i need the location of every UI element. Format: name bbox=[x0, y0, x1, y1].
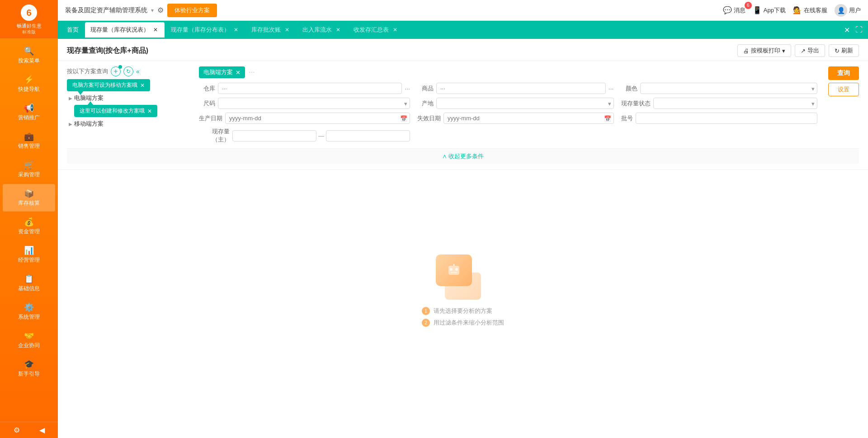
user-action[interactable]: 👤 用户 bbox=[835, 4, 861, 17]
origin-select[interactable] bbox=[436, 98, 614, 109]
filter-settings-button[interactable]: 设置 bbox=[828, 83, 859, 96]
sidebar-item-purchase[interactable]: 🛒 采购管理 bbox=[3, 155, 55, 183]
tab-batch-ledger[interactable]: 库存批次账 ✕ bbox=[246, 22, 296, 38]
tab-collect-summary-close[interactable]: ✕ bbox=[392, 26, 399, 33]
filter-section: 按以下方案查询 + ↻ « 电脑方案可设为移动方案哦 bbox=[58, 61, 868, 170]
active-scheme-badge[interactable]: 电脑端方案 ✕ bbox=[199, 66, 245, 78]
sidebar-item-enterprise[interactable]: 🤝 企业协同 bbox=[3, 326, 55, 354]
tab-io-flow[interactable]: 出入库流水 ✕ bbox=[297, 22, 347, 38]
expiry-date-calendar-icon[interactable]: 📅 bbox=[604, 115, 611, 122]
inventory-qty-from-input[interactable] bbox=[232, 130, 316, 141]
empty-hint-1: 1 请先选择要分析的方案 bbox=[422, 307, 504, 315]
user-avatar: 👤 bbox=[835, 4, 847, 17]
search-menu-icon: 🔍 bbox=[24, 46, 34, 56]
filter-grid: 仓库 ··· 商品 ··· bbox=[199, 83, 817, 144]
refresh-button[interactable]: ↻ 刷新 bbox=[829, 44, 859, 57]
production-date-calendar-icon[interactable]: 📅 bbox=[400, 115, 407, 122]
sidebar-item-basic-info[interactable]: 📋 基础信息 bbox=[3, 269, 55, 297]
tab-inventory-status-close[interactable]: ✕ bbox=[152, 26, 159, 33]
color-select[interactable] bbox=[640, 83, 818, 94]
settings-gear-icon[interactable]: ⚙ bbox=[157, 6, 164, 14]
refresh-icon: ↻ bbox=[835, 47, 840, 54]
mobile-scheme-label[interactable]: 移动端方案 bbox=[74, 120, 104, 128]
size-label: 尺码 bbox=[199, 99, 215, 108]
sidebar-item-marketing[interactable]: 📢 营销推广 bbox=[3, 99, 55, 126]
active-scheme-close-icon[interactable]: ✕ bbox=[236, 69, 241, 76]
sidebar-item-label: 销售管理 bbox=[18, 142, 40, 150]
sidebar-item-search-menu[interactable]: 🔍 搜索菜单 bbox=[3, 42, 55, 69]
create-tooltip-arrow bbox=[88, 101, 93, 105]
goods-input[interactable] bbox=[436, 83, 606, 94]
sidebar-item-operations[interactable]: 📊 经营管理 bbox=[3, 241, 55, 268]
inventory-qty-to-input[interactable] bbox=[326, 130, 410, 141]
tab-inventory-dist-close[interactable]: ✕ bbox=[232, 26, 240, 33]
warehouse-input[interactable] bbox=[218, 83, 402, 94]
create-tooltip-box: 这里可以创建和修改方案哦 ✕ bbox=[74, 105, 157, 117]
sidebar-item-inventory[interactable]: 📦 库存核算 bbox=[3, 184, 55, 212]
tab-bar-close-icon[interactable]: ✕ bbox=[842, 24, 852, 36]
sidebar-item-label: 快捷导航 bbox=[18, 85, 40, 93]
warehouse-more-icon[interactable]: ··· bbox=[405, 85, 410, 92]
tooltip-close-icon[interactable]: ✕ bbox=[140, 82, 145, 89]
empty-num-1: 1 bbox=[422, 307, 430, 315]
sales-icon: 💼 bbox=[24, 132, 34, 141]
svg-rect-3 bbox=[451, 272, 457, 273]
basic-info-icon: 📋 bbox=[24, 274, 34, 284]
experience-button[interactable]: 体验行业方案 bbox=[167, 4, 217, 17]
inventory-icon: 📦 bbox=[24, 188, 34, 198]
create-tooltip-close-icon[interactable]: ✕ bbox=[147, 108, 152, 114]
filter-prev-button[interactable]: « bbox=[136, 68, 140, 75]
collapse-conditions-button[interactable]: ∧ 收起更多条件 bbox=[67, 148, 859, 164]
marketing-icon: 📢 bbox=[24, 103, 34, 113]
production-date-input[interactable] bbox=[225, 113, 410, 124]
filter-cycle-button[interactable]: ↻ bbox=[123, 66, 133, 76]
query-button[interactable]: 查询 bbox=[828, 66, 859, 80]
online-support-action[interactable]: 💁 在线客服 bbox=[793, 6, 827, 14]
sidebar-collapse-button[interactable]: ◀ bbox=[39, 426, 45, 434]
tab-bar: 首页 现存量（库存状况表） ✕ 现存量（库存分布表） ✕ 库存批次账 ✕ 出入库… bbox=[58, 21, 868, 39]
sidebar-settings-button[interactable]: ⚙ bbox=[14, 426, 20, 434]
sidebar-item-system[interactable]: ⚙️ 系统管理 bbox=[3, 298, 55, 325]
empty-robot-icon bbox=[436, 254, 472, 286]
tab-inventory-status[interactable]: 现存量（库存状况表） ✕ bbox=[85, 22, 165, 38]
print-button[interactable]: 🖨 按模板打印 ▾ bbox=[737, 44, 791, 57]
tab-batch-ledger-close[interactable]: ✕ bbox=[283, 26, 291, 33]
size-select[interactable] bbox=[218, 98, 410, 109]
header-left: 装备及固定资产辅助管理系统 ▾ ⚙ 体验行业方案 bbox=[65, 4, 217, 17]
tab-batch-ledger-label: 库存批次账 bbox=[251, 26, 281, 34]
tab-bar-expand-icon[interactable]: ⛶ bbox=[854, 24, 864, 36]
app-download-action[interactable]: 📱 App下载 bbox=[753, 6, 786, 14]
sidebar-footer: ⚙ ◀ bbox=[0, 422, 58, 438]
tab-io-flow-close[interactable]: ✕ bbox=[335, 26, 342, 33]
system-icon: ⚙️ bbox=[24, 302, 34, 312]
collapse-label: 收起更多条件 bbox=[448, 153, 484, 160]
app-logo-icon: 6 bbox=[21, 5, 37, 21]
sidebar-item-finance[interactable]: 💰 资金管理 bbox=[3, 212, 55, 240]
warehouse-label: 仓库 bbox=[199, 85, 215, 93]
brand-name: 畅通好生意 标准版 bbox=[17, 23, 42, 35]
purchase-icon: 🛒 bbox=[24, 160, 34, 170]
tooltip-arrow bbox=[78, 91, 83, 95]
tab-collect-summary[interactable]: 收发存汇总表 ✕ bbox=[348, 22, 404, 38]
filter-item-goods: 商品 ··· bbox=[417, 83, 614, 94]
tab-home[interactable]: 首页 bbox=[61, 22, 84, 38]
sidebar-item-newbie[interactable]: 🎓 新手引导 bbox=[3, 355, 55, 382]
inventory-status-select[interactable] bbox=[653, 98, 818, 109]
sidebar-item-label: 企业协同 bbox=[18, 342, 40, 349]
field-dots-1[interactable]: ··· bbox=[249, 68, 255, 76]
goods-more-icon[interactable]: ··· bbox=[609, 85, 614, 92]
message-action[interactable]: 💬 消息 6 bbox=[723, 6, 745, 14]
tab-inventory-dist[interactable]: 现存量（库存分布表） ✕ bbox=[165, 22, 245, 38]
batch-input[interactable] bbox=[636, 113, 818, 124]
svg-rect-4 bbox=[453, 264, 455, 266]
scheme-tooltip-box: 电脑方案可设为移动方案哦 ✕ bbox=[67, 79, 150, 91]
sidebar-item-quick-nav[interactable]: ⚡ 快捷导航 bbox=[3, 70, 55, 98]
filter-item-production-date: 生产日期 📅 bbox=[199, 113, 410, 124]
export-button[interactable]: ↗ 导出 bbox=[795, 44, 825, 57]
expiry-date-input[interactable] bbox=[443, 113, 614, 124]
tab-inventory-dist-label: 现存量（库存分布表） bbox=[171, 26, 230, 34]
export-icon: ↗ bbox=[801, 47, 806, 54]
sidebar-item-sales[interactable]: 💼 销售管理 bbox=[3, 127, 55, 155]
inventory-qty-control: — bbox=[232, 130, 410, 141]
finance-icon: 💰 bbox=[24, 217, 34, 227]
